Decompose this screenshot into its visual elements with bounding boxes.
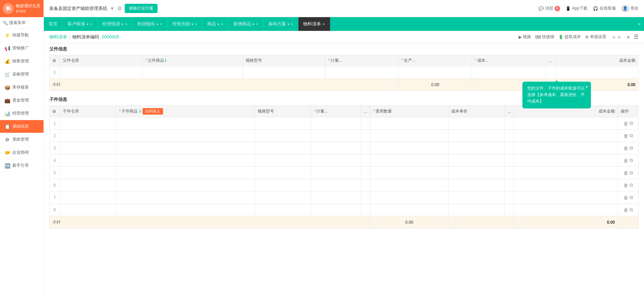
tab-close-icon[interactable]: ✕	[90, 22, 92, 26]
copy-icon[interactable]: ⧉	[630, 133, 633, 139]
parent-warehouse-cell[interactable]	[60, 66, 143, 79]
child-goods-cell[interactable]	[116, 167, 255, 179]
child-goods-cell[interactable]	[116, 142, 255, 154]
tab-close-icon[interactable]: ✕	[125, 22, 127, 26]
sidebar-item-sales[interactable]: 💰 销售管理	[0, 55, 44, 68]
child-unit-cost-cell[interactable]	[448, 191, 505, 204]
copy-icon[interactable]: ⧉	[630, 157, 633, 163]
copy-icon[interactable]: ⧉	[630, 207, 633, 213]
child-spec-cell[interactable]	[255, 130, 311, 142]
child-qty-cell[interactable]	[370, 154, 448, 167]
child-qty-cell[interactable]	[370, 130, 448, 142]
child-unit-cost-cell[interactable]	[448, 204, 505, 216]
delete-icon[interactable]: 🗑	[623, 158, 628, 163]
child-goods-cell[interactable]	[116, 154, 255, 167]
child-qty-cell[interactable]	[370, 179, 448, 191]
copy-icon[interactable]: ⧉	[630, 120, 633, 126]
delete-icon[interactable]: 🗑	[623, 145, 628, 151]
copy-icon[interactable]: ⧉	[630, 170, 633, 176]
shortcut-btn[interactable]: ⌨ 快捷键	[535, 34, 554, 40]
sidebar-item-quick-nav[interactable]: ⚡ 快捷导航	[0, 29, 44, 42]
child-qty-cell[interactable]	[370, 204, 448, 216]
child-goods-cell[interactable]	[116, 130, 255, 142]
settings-icon[interactable]: ⚙	[117, 5, 122, 12]
sidebar-item-purchase[interactable]: 🛒 采购管理	[0, 68, 44, 81]
child-unit-cell[interactable]	[311, 154, 361, 167]
child-qty-cell[interactable]	[370, 191, 448, 204]
tab-customer[interactable]: 客户联络 ▾ ✕	[63, 17, 98, 31]
sidebar-item-inventory[interactable]: 📦 库存核算	[0, 81, 44, 94]
child-unit-cell[interactable]	[311, 191, 361, 204]
search-menu[interactable]: 🔍 搜索菜单	[0, 17, 44, 29]
child-unit-cell[interactable]	[311, 204, 361, 216]
delete-icon[interactable]: 🗑	[623, 121, 628, 126]
child-spec-cell[interactable]	[255, 179, 311, 191]
child-goods-cell[interactable]	[116, 117, 255, 130]
tab-goods[interactable]: 商品 ▾ ✕	[202, 17, 228, 31]
tab-barcode[interactable]: 条码方案 ▾ ✕	[263, 17, 298, 31]
view-video-btn[interactable]: ▶ 视频	[519, 34, 531, 40]
child-qty-cell[interactable]	[370, 167, 448, 179]
column-settings-icon[interactable]: ≡	[627, 34, 630, 40]
child-unit-cell[interactable]	[311, 117, 361, 130]
parent-goods-cell[interactable]	[143, 66, 243, 79]
child-warehouse-cell[interactable]	[60, 117, 116, 130]
tab-close-icon[interactable]: ✕	[221, 22, 223, 26]
child-warehouse-cell[interactable]	[60, 154, 116, 167]
parent-prod-cell[interactable]	[399, 66, 472, 79]
child-qty-cell[interactable]	[370, 117, 448, 130]
child-warehouse-cell[interactable]	[60, 204, 116, 216]
delete-icon[interactable]: 🗑	[623, 170, 628, 176]
sidebar-item-operations[interactable]: 📊 经营管理	[0, 107, 44, 120]
prev-page-icon[interactable]: ◀	[610, 34, 616, 40]
tab-close-icon[interactable]: ✕	[160, 22, 162, 26]
sidebar-item-basic-info[interactable]: 📋 基础信息	[0, 120, 44, 133]
child-warehouse-cell[interactable]	[60, 142, 116, 154]
dropdown-arrow[interactable]: ▼	[110, 6, 114, 11]
delete-icon[interactable]: 🗑	[623, 183, 628, 188]
child-unit-cell[interactable]	[311, 142, 361, 154]
doc-settings-btn[interactable]: ⚙ 单据设置	[585, 34, 606, 40]
copy-icon[interactable]: ⧉	[630, 145, 633, 151]
sidebar-item-system[interactable]: ⚙ 系统管理	[0, 133, 44, 146]
child-unit-cost-cell[interactable]	[448, 117, 505, 130]
trial-button[interactable]: 体验行业方案	[125, 4, 158, 13]
child-spec-cell[interactable]	[255, 167, 311, 179]
tab-new-goods[interactable]: 新增商品 ▾ ✕	[228, 17, 263, 31]
copy-icon[interactable]: ⧉	[630, 195, 633, 200]
tab-operations-status[interactable]: 经营情况 ▾ ✕	[98, 17, 133, 31]
tab-operations-history[interactable]: 经营历程 ▾ ✕	[168, 17, 202, 31]
delete-icon[interactable]: 🗑	[623, 195, 628, 200]
tab-close-icon[interactable]: ✕	[322, 22, 325, 26]
child-unit-cost-cell[interactable]	[448, 154, 505, 167]
extract-cost-btn[interactable]: 💲 提取成本	[558, 34, 581, 40]
sidebar-item-marketing[interactable]: 📢 营销推广	[0, 42, 44, 55]
parent-unit-cell[interactable]	[325, 66, 398, 79]
tab-home[interactable]: 首页	[44, 17, 63, 31]
sidebar-item-enterprise[interactable]: 🤝 企业协同	[0, 146, 44, 159]
child-warehouse-cell[interactable]	[60, 191, 116, 204]
message-btn[interactable]: 💬 消息 6	[538, 5, 560, 11]
tab-bom[interactable]: 物料清单 ✕	[298, 17, 330, 31]
tab-profit-report[interactable]: 利润报告 ▾ ✕	[133, 17, 168, 31]
sidebar-item-guide[interactable]: 🆕 新手引导	[0, 159, 44, 172]
child-spec-cell[interactable]	[255, 154, 311, 167]
next-page-icon[interactable]: ▶	[617, 34, 623, 40]
child-goods-cell[interactable]	[116, 179, 255, 191]
child-unit-cell[interactable]	[311, 179, 361, 191]
child-unit-cell[interactable]	[311, 130, 361, 142]
scan-input-btn[interactable]: 扫码录入	[143, 108, 163, 115]
child-unit-cell[interactable]	[311, 167, 361, 179]
child-spec-cell[interactable]	[255, 204, 311, 216]
tooltip-close-btn[interactable]: ×	[585, 83, 588, 91]
user-menu[interactable]: 👤 用友	[621, 5, 639, 12]
delete-icon[interactable]: 🗑	[623, 207, 628, 213]
child-unit-cost-cell[interactable]	[448, 130, 505, 142]
child-goods-cell[interactable]	[116, 191, 255, 204]
tab-close-icon[interactable]: ✕	[256, 22, 258, 26]
child-spec-cell[interactable]	[255, 142, 311, 154]
sidebar-item-finance[interactable]: 💼 资金管理	[0, 94, 44, 107]
parent-cost-cell[interactable]	[472, 66, 545, 79]
child-unit-cost-cell[interactable]	[448, 179, 505, 191]
app-download-btn[interactable]: 📱 App下载	[566, 5, 587, 11]
